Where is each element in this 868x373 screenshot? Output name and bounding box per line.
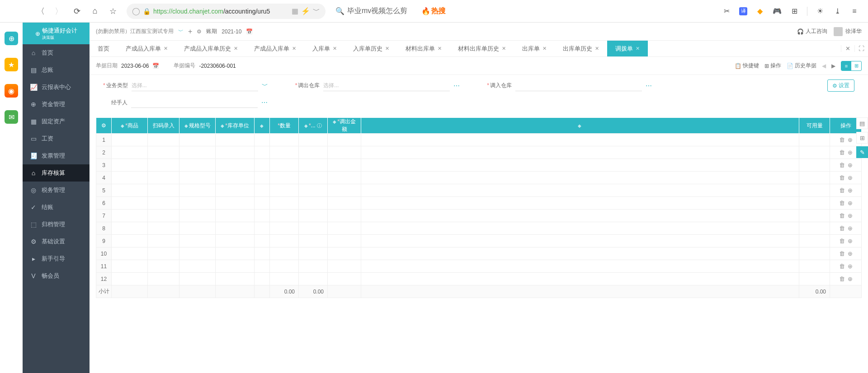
flash-icon[interactable]: ⚡	[301, 7, 310, 15]
browser-search[interactable]: 🔍 毕业mv视频怎么剪	[335, 6, 417, 16]
url-text: https://cloud.chanjet.com/accounting/uru…	[153, 8, 270, 15]
browser-toolbar: 〈 〉 ⟳ ⌂ ☆ ◯ 🔒 https://cloud.chanjet.com/…	[0, 0, 868, 23]
hot-search-badge[interactable]: 🔥 热搜	[421, 6, 446, 16]
forward-button[interactable]: 〉	[51, 3, 67, 19]
apps-icon[interactable]: ⊞	[790, 7, 799, 16]
address-bar[interactable]: ◯ 🔒 https://cloud.chanjet.com/accounting…	[127, 4, 326, 19]
download-icon[interactable]: ⤓	[833, 7, 842, 16]
translate-icon[interactable]: 译	[739, 7, 747, 15]
reload-button[interactable]: ⟳	[69, 3, 85, 19]
search-placeholder: 毕业mv视频怎么剪	[347, 6, 407, 16]
game-icon[interactable]: 🎮	[773, 7, 782, 16]
home-button[interactable]: ⌂	[87, 3, 103, 19]
fire-icon: 🔥	[421, 7, 430, 15]
shield-icon: ◯	[132, 7, 140, 15]
favorite-button[interactable]: ☆	[105, 3, 121, 19]
qr-icon[interactable]: ▦	[292, 7, 298, 15]
theme-icon[interactable]: ☀	[816, 7, 825, 16]
search-icon: 🔍	[335, 7, 344, 15]
back-button[interactable]: 〈	[33, 3, 49, 19]
menu-icon[interactable]: ≡	[850, 7, 859, 16]
scissors-icon[interactable]: ✂	[722, 7, 731, 16]
lock-icon: 🔒	[143, 8, 151, 15]
url-dropdown-icon[interactable]: ﹀	[313, 6, 320, 16]
wallet-icon[interactable]: ◆	[755, 7, 764, 16]
